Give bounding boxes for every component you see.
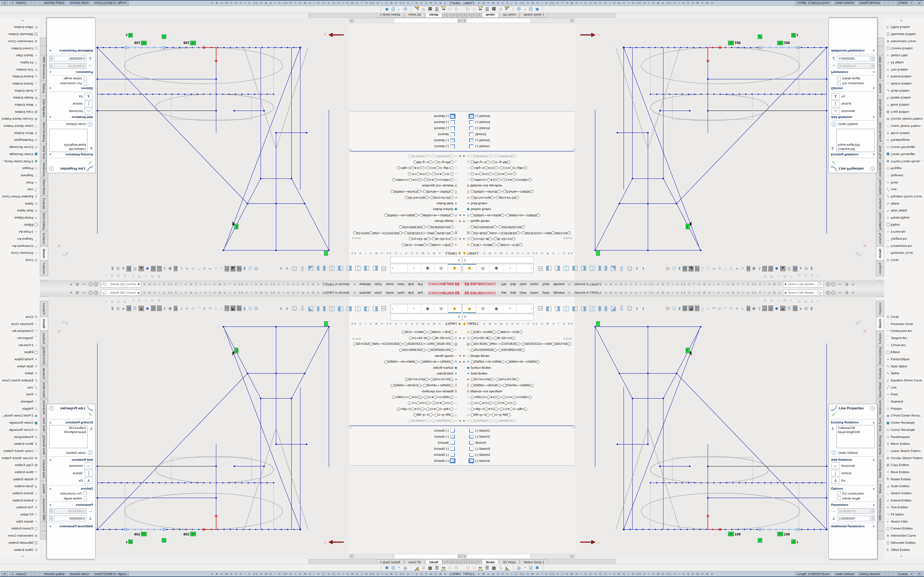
document-tab[interactable]: 3D Views (404, 559, 425, 564)
sketch-tree-item[interactable]: (-) Sketch2 (462, 137, 573, 143)
sketch-tool[interactable]: ↻ Rotate Entities (885, 475, 924, 483)
sketch-tree-item[interactable]: (-) Sketch1 (462, 143, 573, 150)
sketch-tool[interactable]: ⌐ Sketch Fillet (0, 518, 39, 525)
sketch-tool[interactable]: ‖ Mirror Entities (885, 440, 924, 447)
sketch-tool[interactable]: ⊞ Copy Entities (0, 108, 39, 116)
relation-entry[interactable]: Collinear108 (51, 426, 86, 430)
sketch-tool[interactable]: ↻ Rotate Entities (885, 95, 924, 102)
sketch-tool[interactable]: ◫ Silhouette Entities (0, 539, 39, 546)
account-icon[interactable] (826, 282, 830, 287)
checkbox[interactable] (837, 77, 841, 81)
featuremanager-tab[interactable]: ◔ (407, 304, 421, 313)
help-icon[interactable]: ? (831, 282, 835, 287)
sketch-tool[interactable]: ◯ Ellipse (885, 221, 924, 229)
relation-button-icon[interactable]: ⚓ (85, 477, 92, 484)
panel-help-icon[interactable]: ? (871, 166, 875, 171)
more-tools-icon[interactable]: » (900, 20, 903, 22)
flyout-expand-icon[interactable]: › (391, 264, 407, 273)
sketch-tool[interactable]: ∵ Segment (0, 172, 39, 179)
view-toolbar-icon[interactable]: ⊾ (505, 565, 509, 571)
sketch-tool[interactable]: ↔ Stretch Entities (0, 490, 39, 497)
relation-entry[interactable]: Collinear108 (838, 147, 873, 151)
sketch-tool[interactable]: ╱ Line (0, 186, 39, 193)
minimize-button[interactable]: — (82, 282, 86, 286)
view-toolbar-icon[interactable]: ▦ (428, 565, 432, 571)
view-toolbar-icon[interactable]: ⊟ (455, 565, 458, 571)
checkbox[interactable] (837, 496, 841, 500)
menu-item[interactable]: View (518, 282, 528, 287)
sketch-tool[interactable]: ╱ Line (0, 384, 39, 391)
length-field[interactable]: 10.88152731 (838, 63, 870, 69)
view-toolbar-icon[interactable]: ▦ (428, 7, 432, 12)
expand-arrow-icon[interactable]: ▶ (458, 155, 462, 158)
collapse-icon[interactable]: ∧ (872, 87, 875, 90)
sketch-tool[interactable]: ↔ Stretch Entities (885, 80, 924, 87)
sketch-tool[interactable]: ⌒ Tangent Arc (0, 334, 39, 342)
tree-item[interactable]: ▶ ⊥ ◯ИΝ∘g∘⊙◯∘◯⊙∘g∘ΝИ◯ (462, 160, 573, 165)
sketch-tool[interactable]: ◫ Silhouette Entities (0, 31, 39, 38)
view-toolbar-icon[interactable]: ◎ (517, 7, 521, 12)
search-icon[interactable] (104, 283, 107, 286)
view-toolbar-icon[interactable]: ◔ (523, 7, 526, 12)
tab-nav-icon[interactable]: ► (472, 559, 477, 564)
status-tag-icon[interactable]: ✎ (916, 1, 923, 5)
tree-item[interactable]: ▶ Σ ◯Ƨ5ИΝ⊙∘+ΑՈ¤ЗƐ◯∘◯ƐЗ¤ՈΑ+∘⊙ΝИ5Ƨ◯ (351, 189, 462, 195)
sketch-tool[interactable]: └ Fit Spline (0, 59, 39, 66)
view-toolbar-icon[interactable]: ☰ (485, 7, 489, 12)
view-toolbar-icon[interactable]: ◎ (404, 7, 407, 12)
expand-arrow-icon[interactable]: ▶ (462, 238, 466, 240)
view-toolbar-icon[interactable]: ✏ (442, 7, 445, 12)
menu-item[interactable]: Tools (540, 290, 551, 295)
commandmanager-tab[interactable]: Sketch (876, 317, 884, 330)
tree-item[interactable]: ▶ A ◯Ƨ5ИΝ⊙∘+Α+⊙ИΝΑ◯∘◯ΑΝИ⊙+Α+∘⊙ΝИ5Ƨ◯ (462, 359, 573, 365)
expand-icon[interactable]: ∨ (872, 50, 875, 53)
menu-item[interactable]: File (500, 282, 508, 287)
view-toolbar-icon[interactable] (513, 565, 513, 570)
view-toolbar-icon[interactable]: ◎ (404, 565, 407, 571)
expand-arrow-icon[interactable]: ▶ (458, 214, 462, 216)
view-toolbar-icon[interactable]: ◔ (523, 565, 526, 570)
menu-item[interactable]: Edit (509, 290, 517, 295)
relations-listbox[interactable]: Collinear108Equal length109 (837, 129, 875, 152)
sketch-tree-item[interactable]: (-) Sketch2 (462, 434, 573, 440)
view-toolbar-icon[interactable] (513, 7, 513, 12)
collapse-icon[interactable]: ∧ (872, 116, 875, 119)
add-relation-button[interactable]: — Horizontal (832, 463, 875, 469)
commandmanager-tab[interactable]: Evaluate (876, 196, 884, 211)
account-icon[interactable] (94, 291, 98, 295)
help-icon[interactable]: ? (89, 291, 93, 295)
sketch-tool[interactable]: ┬ Extend Entities (0, 497, 39, 504)
tree-item[interactable]: ▶ ◔ ◯Ƨ5⊙Ƨ5ИЗƐƧ5◯∘◯5ƧƐЗИ5Ƨ⊙5Ƨ◯ (462, 347, 573, 353)
document-tab[interactable]: 3D Views (499, 559, 520, 564)
view-toolbar-icon[interactable]: ⊡ (529, 7, 532, 12)
sketch-tree-item[interactable]: (-) Sketch1 (462, 427, 573, 434)
commandmanager-tab[interactable]: Sheet Metal (40, 178, 48, 195)
relations-listbox[interactable]: Collinear108Equal length109 (49, 129, 87, 152)
tree-item[interactable]: ▶ A ◯Ƨ5ИΝ⊙∘+Α+⊙ИΝΑ◯∘◯ΑΝИ⊙+Α+∘⊙ΝИ5Ƨ◯ (462, 213, 573, 218)
sketch-tool[interactable]: ▭ Corner Rectangle (885, 144, 924, 151)
relation-button-icon[interactable]: ⚓ (832, 477, 839, 484)
search-icon[interactable] (817, 291, 820, 294)
tree-item[interactable]: ▶ ● Solid Bodies (462, 201, 573, 206)
commandmanager-tab[interactable]: Sheet Metal (876, 382, 884, 399)
tree-item[interactable]: ▶ ✏ ◯Ƨ5∙Ո∗⊙ΛШ◯∘◯ШΛ⊙∗Ո∙5Ƨ◯ (462, 195, 573, 201)
sketch-tool[interactable]: └ Fit Spline (885, 511, 924, 518)
minimize-button[interactable]: — (838, 291, 842, 295)
collapse-icon[interactable]: ∧ (49, 153, 52, 156)
tree-item[interactable]: ▶ ⊥ ◯ИΝ∘g∘⊙◯∘◯⊙∘g∘ΝИ◯ (351, 160, 462, 165)
commandmanager-tab[interactable]: Surfaces (40, 231, 48, 246)
menu-item[interactable]: File (500, 290, 508, 295)
tree-item[interactable]: ▶ ★ ◯ƧЗƐ+∘⊙ΛΑΦ◯∘◯ΦΑΛ⊙∘+ƐЗƧ◯ (462, 242, 573, 248)
expand-icon[interactable]: ∨ (49, 50, 52, 53)
sketch-tool[interactable]: ƒ Equation Driven Curve (0, 193, 39, 200)
menu-item[interactable]: Insert (384, 290, 396, 295)
search-dropdown-icon[interactable]: ▾ (102, 283, 103, 286)
tree-item[interactable]: ▶ ✏ ◯Ƨ5∙Ո∗⊙ΛШ◯∘◯ШΛ⊙∗Ո∙5Ƨ◯ (351, 195, 462, 201)
sketch-tool[interactable]: ◇ Polygon (0, 405, 39, 412)
sketch-tool[interactable]: ▱ Parallelogram (0, 137, 39, 144)
status-tag-icon[interactable]: ✎ (916, 572, 923, 576)
add-relation-button[interactable]: ⚓ Fix (49, 93, 92, 100)
sketch-tool[interactable]: ⊞ Copy Entities (885, 108, 924, 116)
collapse-icon[interactable]: ∧ (49, 503, 52, 506)
relations-listbox[interactable]: Collinear108Equal length109 (49, 425, 87, 448)
